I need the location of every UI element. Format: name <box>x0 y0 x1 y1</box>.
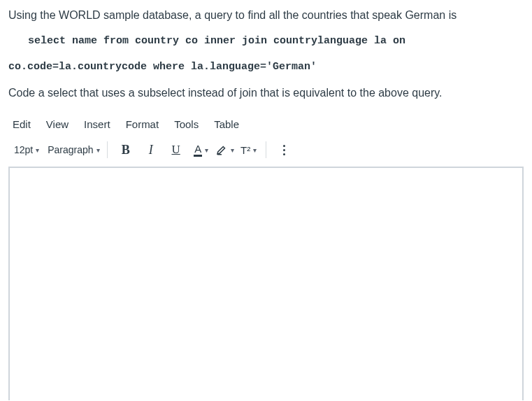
more-vertical-icon <box>283 145 285 155</box>
menu-format[interactable]: Format <box>126 118 159 130</box>
bold-button[interactable]: B <box>113 140 138 160</box>
block-format-dropdown[interactable]: Paragraph ▾ <box>45 140 101 160</box>
menu-view[interactable]: View <box>46 118 69 130</box>
text-color-icon: A <box>194 143 202 157</box>
menu-table[interactable]: Table <box>214 118 239 130</box>
block-format-label: Paragraph <box>48 144 93 155</box>
toolbar-separator <box>107 141 108 158</box>
chevron-down-icon: ▾ <box>231 146 234 154</box>
highlight-color-button[interactable]: ▾ <box>213 140 236 160</box>
rich-text-editor: Edit View Insert Format Tools Table 12pt… <box>8 114 524 400</box>
text-color-button[interactable]: A ▾ <box>189 140 213 160</box>
question-block: Using the WORLD sample database, a query… <box>8 7 524 101</box>
editor-content-area[interactable] <box>8 168 524 400</box>
question-line-2: Code a select that uses a subselect inst… <box>8 85 524 101</box>
editor-menu-bar: Edit View Insert Format Tools Table <box>8 114 524 137</box>
question-line-1: Using the WORLD sample database, a query… <box>8 7 524 24</box>
font-size-dropdown[interactable]: 12pt ▾ <box>11 140 41 160</box>
superscript-button[interactable]: T² ▾ <box>236 140 260 160</box>
code-line-1: select name from country co inner join c… <box>8 34 524 50</box>
menu-tools[interactable]: Tools <box>174 118 199 130</box>
chevron-down-icon: ▾ <box>36 146 39 154</box>
highlight-icon <box>215 143 228 156</box>
menu-edit[interactable]: Edit <box>13 118 31 130</box>
chevron-down-icon: ▾ <box>205 146 208 154</box>
more-tools-button[interactable] <box>272 140 297 160</box>
chevron-down-icon: ▾ <box>96 146 100 154</box>
italic-button[interactable]: I <box>138 140 164 160</box>
superscript-icon: T² <box>240 144 250 156</box>
code-line-2: co.code=la.countrycode where la.language… <box>8 59 524 76</box>
font-size-label: 12pt <box>14 144 33 155</box>
editor-toolbar: 12pt ▾ Paragraph ▾ B I U A ▾ ▾ T² <box>8 137 524 168</box>
menu-insert[interactable]: Insert <box>84 118 110 130</box>
underline-button[interactable]: U <box>164 140 189 160</box>
chevron-down-icon: ▾ <box>253 146 257 154</box>
toolbar-separator <box>266 141 266 158</box>
